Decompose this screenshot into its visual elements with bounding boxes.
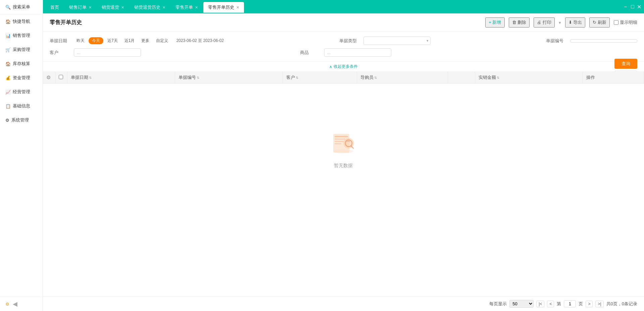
window-minimize-btn[interactable]: － [623, 3, 628, 10]
sort-icon-guide: ⇅ [374, 76, 377, 80]
table-settings-icon[interactable]: ⚙ [46, 74, 51, 80]
show-detail-checkbox[interactable] [614, 20, 618, 25]
doc-type-select[interactable] [363, 37, 431, 45]
show-detail-label[interactable]: 显示明细 [614, 19, 637, 25]
th-customer-sort[interactable]: 客户 ⇅ [286, 74, 353, 81]
select-all-checkbox[interactable] [59, 75, 63, 79]
svg-rect-5 [335, 143, 341, 144]
pagination: 每页显示 10 20 50 100 |< < 第 页 > >| 共0页，0条记录 [43, 296, 644, 311]
sidebar-collapse-btn[interactable]: ◀ [13, 300, 17, 308]
th-date-sort[interactable]: 单据日期 ⇅ [71, 74, 171, 81]
page-next-btn[interactable]: > [586, 301, 593, 307]
th-amount-sort[interactable]: 实销金额 ⇅ [479, 74, 579, 81]
sidebar-search[interactable]: 🔍 搜索采单 [0, 0, 43, 14]
sidebar-item-label: 快捷导航 [13, 18, 30, 24]
sidebar-item-quick-nav[interactable]: 🏠 快捷导航 [0, 14, 43, 29]
purchase-mgmt-icon: 🛒 [5, 47, 11, 52]
add-button[interactable]: + 新增 [485, 17, 504, 28]
page-label: 第 [557, 301, 561, 307]
th-no-sort[interactable]: 单据编号 ⇅ [179, 74, 279, 81]
tab-sales-return[interactable]: 销货退货 ✕ [97, 2, 129, 13]
tab-retail-open-history[interactable]: 零售开单历史 ✕ [203, 2, 244, 13]
tab-sales-return-close[interactable]: ✕ [121, 5, 124, 10]
date-label: 单据日期 [50, 38, 68, 44]
sidebar-item-label: 系统管理 [11, 117, 29, 123]
sidebar-item-label: 基础信息 [13, 103, 30, 109]
sidebar-item-finance[interactable]: 💰 资金管理 [0, 71, 43, 85]
doc-no-label: 单据编号 [546, 38, 565, 44]
sidebar-item-system-mgmt[interactable]: ⚙ 系统管理 [0, 113, 43, 127]
date-btn-custom[interactable]: 自定义 [153, 37, 171, 44]
th-check [55, 72, 67, 84]
page-title: 零售开单历史 [50, 19, 82, 26]
page-prev-btn[interactable]: < [547, 301, 554, 307]
gear-icon[interactable]: ⚙ [5, 302, 9, 307]
svg-rect-2 [335, 136, 348, 137]
delete-button[interactable]: 🗑 删除 [509, 17, 530, 28]
tab-retail-open-history-close[interactable]: ✕ [236, 5, 239, 10]
th-guide-label: 导购员 [360, 74, 374, 81]
tab-retail-open-close[interactable]: ✕ [195, 5, 198, 10]
tab-sales-return-history[interactable]: 销货退货历史 ✕ [130, 2, 170, 13]
filter-section: 单据日期 昨天 今天 近7天 近1月 更多 自定义 2023-06-02 至 2… [43, 32, 644, 62]
print-dropdown-icon[interactable]: ▾ [559, 20, 561, 25]
customer-placeholder: ... [77, 50, 81, 55]
doc-type-select-wrap: ▾ [363, 37, 431, 45]
sidebar-item-label: 经营管理 [13, 89, 30, 95]
th-customer: 客户 ⇅ [283, 72, 357, 84]
doc-no-input[interactable] [570, 39, 637, 43]
collapse-label: 收起更多条件 [334, 64, 358, 69]
print-button[interactable]: 🖨 打印 [534, 17, 555, 28]
customer-input[interactable]: ... [74, 48, 141, 57]
sidebar-item-purchase-mgmt[interactable]: 🛒 采购管理 [0, 43, 43, 57]
inventory-icon: 🏠 [5, 61, 11, 66]
sidebar-item-label: 库存核算 [13, 61, 30, 67]
sidebar-search-label: 搜索采单 [13, 4, 30, 10]
collapse-up-icon: ∧ [329, 64, 332, 69]
tab-sales-order[interactable]: 销售订单 ✕ [64, 2, 96, 13]
tabbar-actions: － □ ✕ [623, 3, 641, 10]
filter-bar: 单据日期 昨天 今天 近7天 近1月 更多 自定义 2023-06-02 至 2… [43, 32, 644, 62]
business-icon: 📈 [5, 90, 11, 95]
empty-state-row: 暂无数据 [43, 84, 644, 209]
page-last-btn[interactable]: >| [595, 301, 603, 307]
sidebar-item-basic-info[interactable]: 📋 基础信息 [0, 99, 43, 113]
query-button[interactable]: 查询 [614, 59, 637, 69]
svg-rect-3 [335, 139, 345, 140]
th-date: 单据日期 ⇅ [67, 72, 175, 84]
sidebar-item-label: 采购管理 [13, 47, 30, 53]
tab-home[interactable]: 首页 [46, 2, 64, 13]
collapse-bar[interactable]: ∧ 收起更多条件 [43, 62, 644, 72]
sidebar-item-sales-mgmt[interactable]: 📊 销售管理 [0, 29, 43, 43]
th-guide-sort[interactable]: 导购员 ⇅ [360, 74, 444, 81]
sidebar-item-business[interactable]: 📈 经营管理 [0, 85, 43, 99]
date-btn-today[interactable]: 今天 [89, 37, 103, 44]
date-quick-btns: 昨天 今天 近7天 近1月 更多 自定义 [74, 37, 171, 44]
product-input[interactable]: ... [324, 48, 391, 57]
sort-icon-date: ⇅ [89, 76, 92, 80]
per-page-select[interactable]: 10 20 50 100 [509, 300, 534, 308]
page-number-input[interactable] [564, 300, 576, 307]
date-btn-yesterday[interactable]: 昨天 [74, 37, 87, 44]
window-close-btn[interactable]: ✕ [637, 4, 641, 10]
th-no: 单据编号 ⇅ [175, 72, 283, 84]
sidebar-item-inventory[interactable]: 🏠 库存核算 [0, 57, 43, 71]
table-header-row: ⚙ 单据日期 ⇅ 单据编号 [43, 72, 644, 84]
tab-retail-open[interactable]: 零售开单 ✕ [171, 2, 203, 13]
tab-sales-order-close[interactable]: ✕ [89, 5, 92, 10]
page-first-btn[interactable]: |< [536, 301, 544, 307]
date-btn-1month[interactable]: 近1月 [122, 37, 138, 44]
refresh-button[interactable]: ↻ 刷新 [589, 17, 610, 28]
th-action-label: 操作 [586, 75, 595, 80]
date-btn-7days[interactable]: 近7天 [105, 37, 120, 44]
date-btn-more[interactable]: 更多 [139, 37, 152, 44]
product-placeholder: ... [327, 50, 331, 55]
sort-icon-customer: ⇅ [296, 76, 298, 80]
export-button[interactable]: ⬇ 导出 [565, 17, 586, 28]
sidebar-item-label: 销售管理 [13, 33, 30, 39]
th-spacer [448, 72, 475, 84]
tab-sales-return-history-close[interactable]: ✕ [162, 5, 165, 10]
window-maximize-btn[interactable]: □ [631, 4, 634, 10]
svg-rect-4 [335, 141, 344, 142]
tab-home-label: 首页 [50, 4, 59, 10]
